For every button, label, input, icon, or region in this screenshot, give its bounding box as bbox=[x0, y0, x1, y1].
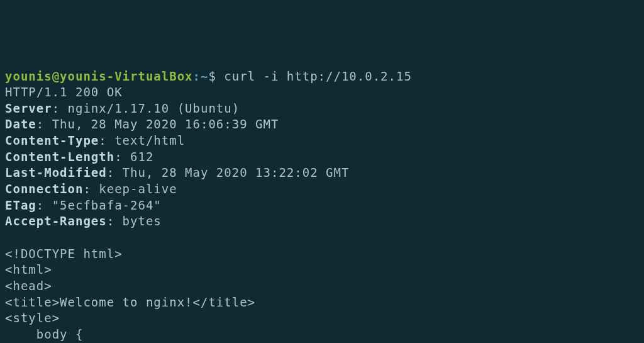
header-val: : Thu, 28 May 2020 16:06:39 GMT bbox=[36, 117, 279, 131]
response-body-line: <head> bbox=[5, 279, 52, 293]
header-key: Connection bbox=[5, 182, 83, 196]
http-status-line: HTTP/1.1 200 OK bbox=[5, 85, 123, 99]
header-val: : Thu, 28 May 2020 13:22:02 GMT bbox=[107, 166, 350, 179]
response-body-line: body { bbox=[5, 327, 83, 341]
prompt-user-host: younis@younis-VirtualBox bbox=[5, 69, 193, 83]
header-key: Last-Modified bbox=[5, 166, 107, 179]
response-body-line: <title>Welcome to nginx!</title> bbox=[5, 295, 255, 309]
prompt-path: ~ bbox=[201, 69, 208, 83]
header-key: Date bbox=[5, 117, 36, 131]
header-key: Content-Length bbox=[5, 150, 114, 164]
header-key: ETag bbox=[5, 198, 36, 212]
response-body-line: <style> bbox=[5, 311, 60, 325]
header-val: : bytes bbox=[107, 214, 162, 228]
response-body-line: <html> bbox=[5, 262, 52, 276]
prompt-colon: : bbox=[193, 69, 201, 83]
header-val: : text/html bbox=[99, 133, 185, 147]
command-input[interactable]: curl -i http://10.0.2.15 bbox=[224, 69, 412, 83]
header-key: Content-Type bbox=[5, 133, 99, 147]
header-val: : keep-alive bbox=[83, 182, 177, 196]
header-val: : "5ecfbafa-264" bbox=[36, 198, 162, 212]
header-key: Accept-Ranges bbox=[5, 214, 107, 228]
prompt-dollar: $ bbox=[208, 69, 224, 83]
header-val: : 612 bbox=[114, 150, 153, 164]
response-body-line: <!DOCTYPE html> bbox=[5, 247, 123, 261]
header-val: : nginx/1.17.10 (Ubuntu) bbox=[52, 101, 240, 115]
header-key: Server bbox=[5, 101, 52, 115]
